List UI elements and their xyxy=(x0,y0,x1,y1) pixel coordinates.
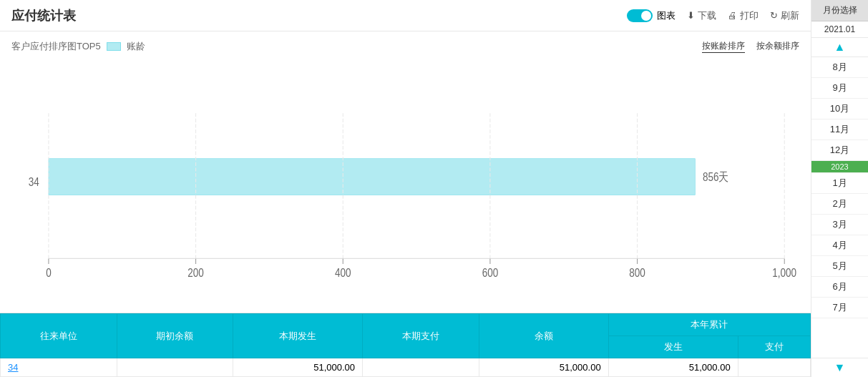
header: 应付统计表 图表 ⬇ 下载 🖨 打印 ↻ 刷新 xyxy=(0,0,811,31)
chart-main: 客户应付排序图TOP5 账龄 按账龄排序 按余额排序 34 xyxy=(0,31,811,313)
legend-text: 客户应付排序图TOP5 xyxy=(11,40,101,53)
chevron-down-icon: ▼ xyxy=(834,361,846,374)
print-icon: 🖨 xyxy=(728,10,737,21)
sidebar: 月份选择 2021.01 ▲ 8月 9月 10月 11月 12月 2023 1月… xyxy=(811,0,868,377)
sidebar-year-label: 2021.01 xyxy=(811,21,868,38)
toggle-label: 图表 xyxy=(657,9,676,22)
legend-box xyxy=(107,42,121,51)
refresh-button[interactable]: ↻ 刷新 xyxy=(770,9,799,22)
legend-box-label: 账龄 xyxy=(127,40,145,53)
sidebar-item-month-9[interactable]: 9月 xyxy=(811,78,868,99)
scroll-down-button[interactable]: ▼ xyxy=(811,358,868,377)
download-icon: ⬇ xyxy=(687,10,695,21)
col-header-ytd-occur: 发生 xyxy=(608,336,738,358)
month-list: 8月 9月 10月 11月 12月 2023 1月 2月 3月 4月 5月 6月… xyxy=(811,57,868,358)
sidebar-item-month-7[interactable]: 7月 xyxy=(811,298,868,318)
svg-text:1,000: 1,000 xyxy=(772,266,796,280)
chart-container: 客户应付排序图TOP5 账龄 按账龄排序 按余额排序 34 xyxy=(0,31,811,313)
sidebar-item-month-10[interactable]: 10月 xyxy=(811,99,868,119)
sidebar-item-month-8[interactable]: 8月 xyxy=(811,57,868,78)
sidebar-item-month-11[interactable]: 11月 xyxy=(811,119,868,140)
chevron-up-icon: ▲ xyxy=(834,41,846,54)
bar-chart: 34 856天 xyxy=(11,59,799,304)
col-header-ytd-pay: 支付 xyxy=(738,336,810,358)
svg-text:200: 200 xyxy=(187,266,204,280)
chart-toggle[interactable] xyxy=(627,9,653,22)
print-button[interactable]: 🖨 打印 xyxy=(728,9,759,22)
chart-toggle-wrap: 图表 xyxy=(627,9,676,22)
sidebar-item-month-6[interactable]: 6月 xyxy=(811,277,868,298)
svg-text:600: 600 xyxy=(482,266,499,280)
download-button[interactable]: ⬇ 下载 xyxy=(687,9,716,22)
cell-opening xyxy=(117,358,233,377)
year-badge: 2023 xyxy=(811,161,868,173)
cell-current-occur: 51,000.00 xyxy=(233,358,363,377)
svg-text:800: 800 xyxy=(629,266,645,280)
cell-unit: 34 xyxy=(1,358,117,377)
chart-header: 客户应付排序图TOP5 账龄 按账龄排序 按余额排序 xyxy=(11,40,799,53)
cell-balance: 51,000.00 xyxy=(479,358,608,377)
scroll-up-button[interactable]: ▲ xyxy=(811,38,868,57)
col-header-ytd: 本年累计 xyxy=(608,314,810,336)
col-header-current-pay: 本期支付 xyxy=(363,314,479,358)
sidebar-item-month-3[interactable]: 3月 xyxy=(811,215,868,235)
col-header-unit: 往来单位 xyxy=(1,314,117,358)
svg-text:400: 400 xyxy=(335,266,351,280)
page-title: 应付统计表 xyxy=(11,7,76,24)
unit-link[interactable]: 34 xyxy=(8,362,18,373)
sidebar-item-month-12[interactable]: 12月 xyxy=(811,140,868,161)
chart-svg: 34 856天 xyxy=(11,59,799,304)
chart-legend: 客户应付排序图TOP5 账龄 xyxy=(11,40,145,53)
sidebar-item-month-2[interactable]: 2月 xyxy=(811,194,868,215)
sidebar-item-month-5[interactable]: 5月 xyxy=(811,256,868,277)
svg-text:34: 34 xyxy=(29,175,39,189)
col-header-balance: 余额 xyxy=(479,314,608,358)
cell-ytd-occur: 51,000.00 xyxy=(608,358,738,377)
svg-text:856天: 856天 xyxy=(703,170,728,184)
sort-by-balance-button[interactable]: 按余额排序 xyxy=(756,40,799,53)
sidebar-item-month-1[interactable]: 1月 xyxy=(811,173,868,194)
data-table: 往来单位 期初余额 本期发生 本期支付 余额 本年累计 发生 支付 34 51,… xyxy=(0,313,811,377)
sort-by-amount-button[interactable]: 按账龄排序 xyxy=(702,40,745,53)
sidebar-item-month-4[interactable]: 4月 xyxy=(811,235,868,256)
sidebar-header: 月份选择 xyxy=(811,0,868,21)
chart-sort-buttons: 按账龄排序 按余额排序 xyxy=(702,40,799,53)
svg-rect-1 xyxy=(49,159,696,195)
cell-ytd-pay xyxy=(738,358,810,377)
header-actions: 图表 ⬇ 下载 🖨 打印 ↻ 刷新 xyxy=(627,9,799,22)
col-header-current-occur: 本期发生 xyxy=(233,314,363,358)
col-header-opening: 期初余额 xyxy=(117,314,233,358)
refresh-icon: ↻ xyxy=(770,10,778,21)
cell-current-pay xyxy=(363,358,479,377)
table-row: 34 51,000.00 51,000.00 51,000.00 xyxy=(1,358,811,377)
svg-text:0: 0 xyxy=(46,266,52,280)
table-container: 往来单位 期初余额 本期发生 本期支付 余额 本年累计 发生 支付 34 51,… xyxy=(0,313,811,377)
